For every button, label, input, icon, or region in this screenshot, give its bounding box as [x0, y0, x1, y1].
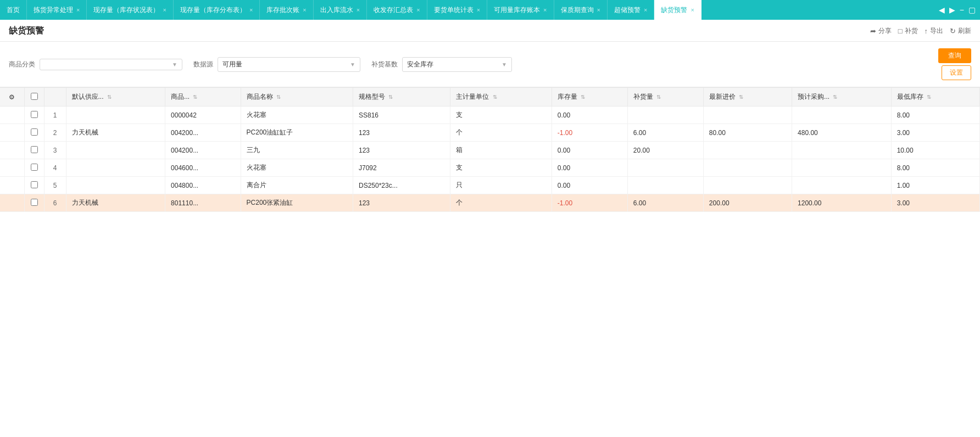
replenish-button[interactable]: □ 补货	[898, 26, 918, 36]
tab-home[interactable]: 首页	[0, 0, 27, 20]
row-unit-cell: 支	[450, 107, 552, 124]
row-checkbox-cell[interactable]	[24, 194, 44, 212]
row-checkbox[interactable]	[31, 111, 38, 118]
row-stock-cell: 0.00	[552, 142, 627, 159]
row-latest-price-cell	[703, 177, 792, 194]
tab-nav-controls: ◀ ▶ − ▢	[934, 5, 980, 14]
row-code-cell: 801110...	[165, 194, 241, 212]
datasource-select[interactable]: 可用量 ▼	[218, 57, 360, 72]
row-unit-cell: 个	[450, 124, 552, 142]
th-latest-price[interactable]: 最新进价 ⇅	[703, 88, 792, 107]
row-checkbox[interactable]	[31, 128, 38, 136]
settings-button[interactable]: 设置	[942, 65, 971, 80]
query-button[interactable]: 查询	[938, 48, 971, 63]
tab-avail-ledger[interactable]: 可用量库存账本 ×	[487, 0, 554, 20]
row-replenish-cell	[627, 177, 703, 194]
tab-inout-flow[interactable]: 出入库流水 ×	[314, 0, 367, 20]
row-checkbox[interactable]	[31, 164, 38, 171]
tab-avail-ledger-close[interactable]: ×	[543, 7, 547, 13]
tab-exception-close[interactable]: ×	[76, 7, 80, 13]
tab-inventory-dist[interactable]: 现存量（库存分布表） ×	[174, 0, 260, 20]
row-checkbox-cell[interactable]	[24, 107, 44, 124]
row-checkbox[interactable]	[31, 181, 38, 188]
refresh-button[interactable]: ↻ 刷新	[950, 26, 971, 36]
tab-exception[interactable]: 拣货异常处理 ×	[27, 0, 87, 20]
th-product-code[interactable]: 商品... ⇅	[165, 88, 241, 107]
th-gear[interactable]: ⚙	[0, 88, 24, 107]
row-checkbox-cell[interactable]	[24, 159, 44, 177]
row-unit-cell: 支	[450, 159, 552, 177]
select-all-checkbox[interactable]	[31, 93, 38, 100]
tab-inventory-status[interactable]: 现存量（库存状况表） ×	[87, 0, 173, 20]
row-checkbox[interactable]	[31, 199, 38, 206]
export-button[interactable]: ↑ 导出	[925, 26, 944, 36]
th-est-purchase[interactable]: 预计采购... ⇅	[792, 88, 892, 107]
table-row: 3 004200... 三九 123 箱 0.00 20.00 10.00	[0, 142, 980, 159]
row-replenish-cell: 20.00	[627, 142, 703, 159]
replenish-base-select-arrow-icon: ▼	[502, 61, 507, 68]
datasource-select-value: 可用量	[222, 60, 242, 69]
row-checkbox-cell[interactable]	[24, 142, 44, 159]
category-filter-label: 商品分类	[9, 60, 35, 69]
row-est-purchase-cell: 1200.00	[792, 194, 892, 212]
row-stock-cell: 0.00	[552, 159, 627, 177]
sort-min-stock-icon: ⇅	[927, 94, 931, 100]
th-spec[interactable]: 规格型号 ⇅	[353, 88, 450, 107]
tab-recv-summary[interactable]: 收发存汇总表 ×	[367, 0, 427, 20]
category-select[interactable]: ▼	[40, 59, 182, 70]
th-replenish-qty[interactable]: 补货量 ⇅	[627, 88, 703, 107]
filter-bar: 商品分类 ▼ 数据源 可用量 ▼ 补货基数 安全库存 ▼ 查询 设置	[0, 42, 980, 87]
row-spec-cell: DS250*23c...	[353, 177, 450, 194]
tab-overstock[interactable]: 超储预警 ×	[608, 0, 654, 20]
replenish-icon: □	[898, 27, 903, 35]
th-min-stock[interactable]: 最低库存 ⇅	[891, 88, 979, 107]
tab-overstock-close[interactable]: ×	[644, 7, 647, 13]
row-spec-cell: SS816	[353, 107, 450, 124]
main-content: 缺货预警 ➦ 分享 □ 补货 ↑ 导出 ↻ 刷新 商品分类	[0, 20, 980, 437]
row-supplier-cell	[66, 177, 165, 194]
tab-bar: 首页 拣货异常处理 × 现存量（库存状况表） × 现存量（库存分布表） × 库存…	[0, 0, 980, 20]
tab-minimize-btn[interactable]: −	[957, 5, 966, 14]
tab-inventory-status-close[interactable]: ×	[163, 7, 166, 13]
sort-spec-icon: ⇅	[388, 94, 393, 100]
tab-recv-summary-close[interactable]: ×	[416, 7, 420, 13]
tab-batch-close[interactable]: ×	[303, 7, 306, 13]
tab-next-btn[interactable]: ▶	[947, 5, 957, 14]
tab-demand-stat[interactable]: 要货单统计表 ×	[427, 0, 487, 20]
tab-expiry-close[interactable]: ×	[597, 7, 600, 13]
th-unit[interactable]: 主计量单位 ⇅	[450, 88, 552, 107]
table-row: 4 004600... 火花塞 J7092 支 0.00 8.00	[0, 159, 980, 177]
row-supplier-cell	[66, 107, 165, 124]
tab-shortage-close[interactable]: ×	[691, 7, 694, 13]
replenish-base-select[interactable]: 安全库存 ▼	[402, 57, 512, 72]
row-name-cell: PC200张紧油缸	[241, 194, 353, 212]
row-checkbox-cell[interactable]	[24, 177, 44, 194]
th-product-name[interactable]: 商品名称 ⇅	[241, 88, 353, 107]
row-supplier-cell	[66, 142, 165, 159]
tab-inventory-dist-close[interactable]: ×	[249, 7, 253, 13]
row-min-stock-cell: 3.00	[891, 194, 979, 212]
tab-maximize-btn[interactable]: ▢	[966, 5, 978, 14]
row-checkbox[interactable]	[31, 146, 38, 153]
tab-demand-stat-close[interactable]: ×	[477, 7, 480, 13]
row-min-stock-cell: 8.00	[891, 159, 979, 177]
sort-stock-qty-icon: ⇅	[581, 94, 585, 100]
row-spec-cell: 123	[353, 194, 450, 212]
row-supplier-cell: 力天机械	[66, 194, 165, 212]
row-code-cell: 004200...	[165, 124, 241, 142]
th-stock-qty[interactable]: 库存量 ⇅	[552, 88, 627, 107]
tab-prev-btn[interactable]: ◀	[937, 5, 947, 14]
tab-inout-flow-close[interactable]: ×	[357, 7, 360, 13]
th-default-supplier[interactable]: 默认供应... ⇅	[66, 88, 165, 107]
tab-batch[interactable]: 库存批次账 ×	[260, 0, 313, 20]
th-checkbox[interactable]	[24, 88, 44, 107]
row-stock-cell: -1.00	[552, 194, 627, 212]
tab-shortage[interactable]: 缺货预警 ×	[654, 0, 701, 20]
tab-expiry[interactable]: 保质期查询 ×	[554, 0, 608, 20]
row-latest-price-cell	[703, 142, 792, 159]
datasource-filter-group: 数据源 可用量 ▼	[193, 57, 360, 72]
row-checkbox-cell[interactable]	[24, 124, 44, 142]
row-replenish-cell: 6.00	[627, 194, 703, 212]
row-latest-price-cell	[703, 159, 792, 177]
share-button[interactable]: ➦ 分享	[870, 26, 892, 36]
